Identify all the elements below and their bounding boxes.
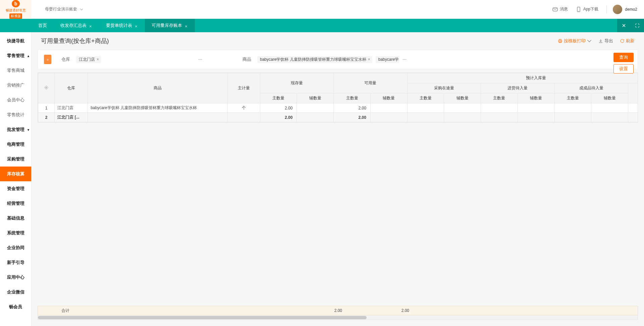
subtotal-stock-main: 2.00 [260, 113, 297, 122]
print-template-button[interactable]: 按模板打印 [558, 38, 592, 44]
filter-bar: » 仓库 江北门店 × ⋯ 商品 babycare学饮杯 儿童防摔防撞吸管杯重力… [38, 50, 638, 69]
col-avail-aux[interactable]: 辅数量 [370, 93, 407, 103]
sidebar-item[interactable]: 电商管理 [0, 137, 31, 152]
col-pt-main[interactable]: 主数量 [407, 93, 444, 103]
refresh-button[interactable]: 刷新 [620, 38, 635, 44]
col-purchase-transit[interactable]: 采购在途量 [407, 83, 481, 93]
col-stock[interactable]: 现存量 [260, 73, 333, 93]
sidebar-item[interactable]: 营销推广 [0, 78, 31, 93]
collapse-filter-button[interactable]: » [44, 55, 51, 64]
col-pi-main[interactable]: 主数量 [481, 93, 518, 103]
sidebar-item[interactable]: 经营管理 [0, 196, 31, 211]
col-fp-main[interactable]: 主数量 [554, 93, 591, 103]
sidebar-item[interactable]: 零售商城 [0, 63, 31, 78]
col-fp-aux[interactable]: 辅数量 [591, 93, 628, 103]
chevron-icon: ▾ [28, 128, 29, 132]
product-label: 商品 [243, 56, 251, 62]
product-tag[interactable]: babycare学饮杯 儿童防摔防撞吸管杯重力球吸嘴杯宝宝水杯 × [257, 56, 372, 63]
avatar[interactable] [613, 5, 622, 14]
col-finished-pending[interactable]: 成成品待入量 [554, 83, 628, 93]
subtotal-row[interactable]: 2 江北门店 [... 2.00 2.00 [38, 113, 638, 122]
svg-point-2 [578, 11, 579, 11]
sidebar-item[interactable]: 资金管理 [0, 181, 31, 196]
total-row: 合计 2.00 2.00 [38, 306, 638, 315]
logo-brand: 畅捷通好生意 [6, 8, 26, 13]
col-pt-aux[interactable]: 辅数量 [444, 93, 481, 103]
col-unit[interactable]: 主计量 [228, 73, 260, 103]
tab[interactable]: 可用量库存账本× [145, 19, 195, 32]
gear-column[interactable] [38, 73, 55, 103]
sidebar-item[interactable]: 库存核算 [0, 167, 31, 181]
app-download-button[interactable]: App下载 [576, 6, 598, 12]
col-avail-main[interactable]: 主数量 [334, 93, 371, 103]
sidebar-item[interactable]: 企业微信 [0, 285, 31, 299]
row-avail-main: 2.00 [334, 103, 371, 113]
row-stock-aux [297, 103, 334, 113]
sidebar-item[interactable]: 采购管理 [0, 152, 31, 167]
logo-edition: 标准版 [9, 13, 22, 19]
total-stock-main: 2.00 [98, 308, 349, 313]
sidebar-item[interactable]: 零售管理▴ [0, 48, 31, 63]
refresh-label: 刷新 [626, 38, 635, 44]
col-pending-in[interactable]: 进货待入量 [481, 83, 554, 93]
warehouse-more-button[interactable]: ⋯ [198, 57, 202, 62]
total-avail-main: 2.00 [349, 308, 416, 313]
settings-button[interactable]: 设置 [613, 64, 634, 74]
sidebar-item[interactable]: 企业协同 [0, 240, 31, 255]
col-stock-aux[interactable]: 辅数量 [297, 93, 334, 103]
scrollbar-thumb[interactable] [38, 316, 367, 319]
warehouse-tag[interactable]: 江北门店 × [76, 56, 101, 63]
query-button[interactable]: 查询 [613, 53, 634, 62]
sidebar-item[interactable]: 畅会员 [0, 299, 31, 314]
col-expected-in[interactable]: 预计入库量 [407, 73, 638, 83]
row-index: 1 [38, 103, 55, 113]
col-available[interactable]: 可用量 [334, 73, 407, 93]
col-stock-main[interactable]: 主数量 [260, 93, 297, 103]
username[interactable]: demo2 [625, 7, 637, 12]
filter-actions: 查询 设置 [613, 53, 634, 74]
col-extra[interactable] [628, 83, 638, 103]
col-warehouse[interactable]: 仓库 [55, 73, 88, 103]
product-tag-text: babycare学饮杯 儿童防摔防撞吸管杯重力球吸嘴杯宝宝水杯 [260, 57, 366, 62]
col-pi-aux[interactable]: 辅数量 [518, 93, 554, 103]
remove-tag-icon[interactable]: × [368, 57, 370, 62]
table-row[interactable]: 1 江北门店 babycare学饮杯 儿童防摔防撞吸管杯重力球吸嘴杯宝宝水杯 个… [38, 103, 638, 113]
close-all-tabs-button[interactable] [617, 19, 631, 32]
close-icon[interactable]: × [185, 24, 188, 27]
total-label: 合计 [38, 308, 98, 314]
top-header: b 畅捷通好生意 标准版 母婴行业演示账套 消息 App下载 demo2 [0, 0, 644, 19]
close-icon[interactable]: × [135, 24, 138, 27]
export-button[interactable]: 导出 [598, 38, 613, 44]
col-product[interactable]: 商品 [88, 73, 228, 103]
fullscreen-button[interactable] [631, 19, 644, 32]
close-icon[interactable]: × [89, 24, 93, 27]
product-tag[interactable]: babycare学 [376, 56, 399, 63]
sidebar-item[interactable]: 会员中心 [0, 93, 31, 107]
account-selector[interactable]: 母婴行业演示账套 [45, 6, 83, 12]
sidebar-item[interactable]: 应用中心 [0, 270, 31, 285]
separator [606, 5, 607, 13]
message-button[interactable]: 消息 [552, 6, 568, 12]
remove-tag-icon[interactable]: × [97, 57, 99, 62]
row-warehouse: 江北门店 [55, 103, 88, 113]
sidebar-item[interactable]: 零售统计 [0, 107, 31, 122]
subtotal-index: 2 [38, 113, 55, 122]
sidebar-item[interactable]: 新手引导 [0, 255, 31, 270]
expand-icon [635, 24, 639, 28]
product-more-button[interactable]: ⋯ [402, 57, 407, 62]
sidebar-item[interactable]: 基础信息 [0, 211, 31, 226]
sidebar-item[interactable]: 快捷导航 [0, 34, 31, 48]
tab[interactable]: 收发存汇总表× [54, 19, 99, 32]
tab[interactable]: 首页 [32, 19, 54, 32]
export-icon [598, 39, 603, 43]
printer-icon [558, 39, 562, 43]
tab-label: 可用量库存账本 [152, 22, 182, 29]
horizontal-scrollbar[interactable] [38, 315, 638, 320]
main-content: 可用量查询(按仓库+商品) 按模板打印 导出 刷新 » 仓库 江北门店 × ⋯ [32, 32, 644, 326]
sidebar-item[interactable]: 系统管理 [0, 226, 31, 240]
row-unit: 个 [228, 103, 260, 113]
page-title: 可用量查询(按仓库+商品) [41, 37, 109, 45]
tab[interactable]: 要货单统计表× [99, 19, 145, 32]
tab-label: 要货单统计表 [106, 22, 132, 29]
sidebar-item[interactable]: 批发管理▾ [0, 122, 31, 137]
